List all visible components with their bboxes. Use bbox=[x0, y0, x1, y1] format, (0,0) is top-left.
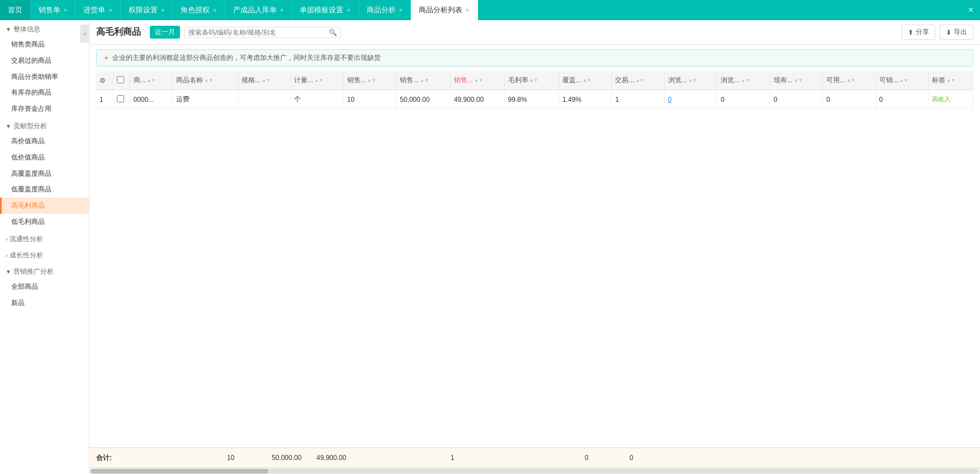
cell-tag: 高收入 bbox=[929, 90, 973, 109]
nav-product-inbound[interactable]: 产成品入库单 × bbox=[225, 0, 292, 20]
section-arrow-contribution: ▼ bbox=[6, 123, 11, 129]
close-template-settings-tab[interactable]: × bbox=[347, 7, 350, 13]
footer-gross-margin bbox=[358, 454, 403, 462]
col-available-header[interactable]: 可用... ▲▼ bbox=[823, 71, 875, 90]
cell-coverage: 1.49% bbox=[558, 90, 611, 109]
col-unit-header[interactable]: 计量... ▲▼ bbox=[291, 71, 343, 90]
col-checkbox[interactable] bbox=[113, 71, 130, 90]
footer-browse2 bbox=[537, 454, 581, 462]
sidebar-item-new-goods[interactable]: 新品 bbox=[0, 295, 89, 311]
sort-icon-sales-amount: ▲▼ bbox=[420, 78, 429, 83]
cell-browse1[interactable]: 0 bbox=[664, 90, 717, 109]
share-button[interactable]: ⬆ 分享 bbox=[902, 25, 935, 40]
scrollbar-track bbox=[91, 469, 979, 473]
cell-code: 0000... bbox=[130, 90, 173, 109]
sidebar-item-high-margin[interactable]: 高毛利商品 bbox=[0, 198, 89, 214]
close-product-analysis-tab[interactable]: × bbox=[399, 7, 403, 13]
section-arrow-overall: ▼ bbox=[6, 26, 11, 32]
search-input[interactable] bbox=[188, 29, 329, 36]
col-sales-amount-header[interactable]: 销售... ▲▼ bbox=[396, 71, 451, 90]
col-browse1-header[interactable]: 浏览... ▲▼ bbox=[664, 71, 717, 90]
tag-high-income-label: 高收入 bbox=[932, 96, 950, 102]
search-icon[interactable]: 🔍 bbox=[329, 29, 337, 36]
col-coverage-header[interactable]: 覆盖... ▲▼ bbox=[558, 71, 611, 90]
col-name-header[interactable]: 商品名称 ▲▼ bbox=[173, 71, 238, 90]
close-role-auth-tab[interactable]: × bbox=[213, 7, 216, 13]
sidebar-section-marketing[interactable]: ▼ 营销推广分析 bbox=[0, 262, 89, 279]
cell-gross-margin: 99.8% bbox=[504, 90, 558, 109]
header-actions: ⬆ 分享 ⬇ 导出 bbox=[902, 25, 973, 40]
cell-sales-qty: 10 bbox=[343, 90, 396, 109]
search-box: 🔍 bbox=[184, 27, 341, 38]
nav-template-settings[interactable]: 单据模板设置 × bbox=[292, 0, 358, 20]
sidebar-section-overall[interactable]: ▼ 整体信息 bbox=[0, 20, 89, 36]
sidebar-section-growth[interactable]: › 成长性分析 bbox=[0, 246, 89, 262]
close-purchase-order-tab[interactable]: × bbox=[108, 7, 112, 13]
cell-unit: 个 bbox=[291, 90, 343, 109]
cell-seq: 1 bbox=[96, 90, 113, 109]
export-button[interactable]: ⬇ 导出 bbox=[940, 25, 973, 40]
close-product-inbound-tab[interactable]: × bbox=[280, 7, 283, 13]
nav-product-analysis-list[interactable]: 商品分析列表 × bbox=[411, 0, 477, 20]
settings-icon[interactable]: ⚙ bbox=[100, 77, 106, 85]
cell-transaction: 1 bbox=[612, 90, 664, 109]
footer-totals: 合计: 10 50,000.00 49,900.00 1 0 0 bbox=[89, 447, 980, 467]
sidebar-item-high-coverage[interactable]: 高覆盖度商品 bbox=[0, 166, 89, 182]
sort-icon-available: ▲▼ bbox=[846, 78, 855, 83]
sidebar-item-all-goods[interactable]: 全部商品 bbox=[0, 279, 89, 295]
sidebar-item-low-margin[interactable]: 低毛利商品 bbox=[0, 214, 89, 230]
cell-browse2: 0 bbox=[717, 90, 770, 109]
nav-home[interactable]: 首页 bbox=[0, 0, 31, 20]
nav-permission-settings[interactable]: 权限设置 × bbox=[121, 0, 173, 20]
export-icon: ⬇ bbox=[946, 29, 951, 36]
col-code-header[interactable]: 商... ▲▼ bbox=[130, 71, 173, 90]
select-all-checkbox[interactable] bbox=[117, 76, 124, 83]
sort-icon-sales-cost: ▲▼ bbox=[474, 78, 483, 83]
browse1-link[interactable]: 0 bbox=[668, 96, 672, 104]
scrollbar-thumb[interactable] bbox=[91, 469, 268, 473]
sidebar-item-low-value[interactable]: 低价值商品 bbox=[0, 149, 89, 166]
nav-purchase-order[interactable]: 进货单 × bbox=[75, 0, 120, 20]
sidebar-collapse-button[interactable]: « bbox=[81, 25, 89, 43]
cell-sales-cost: 49,900.00 bbox=[450, 90, 504, 109]
nav-role-auth[interactable]: 角色授权 × bbox=[173, 0, 225, 20]
row-checkbox[interactable] bbox=[117, 95, 124, 102]
sidebar-item-in-stock-goods[interactable]: 有库存的商品 bbox=[0, 85, 89, 101]
horizontal-scrollbar[interactable] bbox=[89, 467, 980, 474]
sidebar-section-contribution[interactable]: ▼ 贡献型分析 bbox=[0, 117, 89, 133]
section-arrow-growth: › bbox=[6, 252, 7, 259]
cell-sales-amount: 50,000.00 bbox=[396, 90, 451, 109]
col-sales-cost-header[interactable]: 销售... ▲▼ bbox=[450, 71, 504, 90]
footer-coverage bbox=[403, 454, 447, 462]
footer-label: 合计: bbox=[96, 453, 112, 463]
sidebar-item-stock-capital[interactable]: 库存资金占用 bbox=[0, 101, 89, 117]
sidebar-item-sales-goods[interactable]: 销售类商品 bbox=[0, 36, 89, 53]
col-transaction-header[interactable]: 交易... ▲▼ bbox=[612, 71, 664, 90]
col-spec-header[interactable]: 规格... ▲▼ bbox=[238, 71, 290, 90]
time-filter-last-month[interactable]: 近一月 bbox=[150, 26, 180, 39]
col-browse2-header[interactable]: 浏览... ▲▼ bbox=[717, 71, 770, 90]
nav-sales-order[interactable]: 销售单 × bbox=[31, 0, 75, 20]
sidebar-item-high-value[interactable]: 高价值商品 bbox=[0, 133, 89, 149]
footer-sales-qty: 10 bbox=[224, 454, 268, 462]
footer-transaction: 1 bbox=[447, 454, 492, 462]
close-permission-settings-tab[interactable]: × bbox=[161, 7, 164, 13]
col-sales-qty-header[interactable]: 销售... ▲▼ bbox=[343, 71, 396, 90]
cell-checkbox[interactable] bbox=[113, 90, 130, 109]
sidebar-section-liquidity[interactable]: › 流通性分析 bbox=[0, 230, 89, 246]
sort-icon-browse1: ▲▼ bbox=[688, 78, 697, 83]
sort-icon-unit: ▲▼ bbox=[314, 78, 323, 83]
sidebar-item-category-assist-rate[interactable]: 商品分类助销率 bbox=[0, 69, 89, 85]
close-sales-order-tab[interactable]: × bbox=[64, 7, 67, 13]
nav-product-analysis[interactable]: 商品分析 × bbox=[359, 0, 411, 20]
col-gross-margin-header[interactable]: 毛利率 ▲▼ bbox=[504, 71, 558, 90]
close-all-tabs-button[interactable]: × bbox=[962, 5, 980, 15]
col-saleable-header[interactable]: 可销... ▲▼ bbox=[875, 71, 928, 90]
close-product-analysis-list-tab[interactable]: × bbox=[466, 7, 469, 13]
sidebar-item-low-coverage[interactable]: 低覆盖度商品 bbox=[0, 181, 89, 198]
col-settings[interactable]: ⚙ bbox=[96, 71, 113, 90]
sidebar-item-traded-goods[interactable]: 交易过的商品 bbox=[0, 53, 89, 69]
col-tag-header[interactable]: 标签 ▲▼ bbox=[929, 71, 973, 90]
col-current-stock-header[interactable]: 现有... ▲▼ bbox=[770, 71, 822, 90]
table-wrapper: ⚙ 商... ▲▼ 商品名称 bbox=[89, 71, 980, 447]
